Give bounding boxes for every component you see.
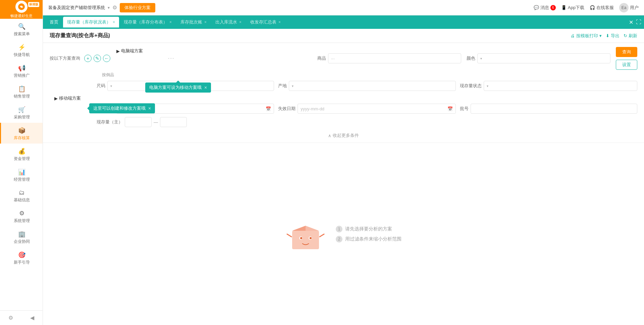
settings-footer-btn[interactable]: ⚙: [8, 315, 13, 321]
print-label: 按模板打印: [576, 33, 598, 39]
message-action[interactable]: 💬 消息 6: [534, 5, 556, 11]
tooltip-desktop-scheme: 电脑方案可设为移动方案哦 ×: [145, 83, 211, 93]
sidebar-item-operation[interactable]: 📊 经营管理: [0, 164, 43, 185]
refresh-icon: ↻: [624, 33, 627, 38]
tab-home-label: 首页: [50, 19, 58, 25]
sidebar-item-quick[interactable]: ⚡ 快捷导航: [0, 40, 43, 60]
sidebar-item-guide[interactable]: 🎯 新手引导: [0, 247, 43, 268]
user-action[interactable]: Ea 用户: [619, 3, 639, 12]
stock-main-to-input[interactable]: [160, 117, 187, 127]
sidebar-item-label-quick: 快捷导航: [14, 52, 30, 58]
avatar-text: Ea: [622, 5, 627, 10]
money-icon: 💰: [18, 148, 25, 155]
mobile-expand-icon: ▶: [54, 96, 58, 101]
system-title: 装备及固定资产辅助管理系统: [48, 5, 105, 11]
header-settings-btn[interactable]: ⚙: [112, 4, 117, 11]
online-service-action[interactable]: 🎧 在线客服: [590, 5, 614, 11]
origin-select[interactable]: ▾: [289, 81, 455, 91]
color-select[interactable]: ▾: [477, 53, 610, 63]
tooltip-create-scheme: 这里可以创建和修改方案哦 ×: [89, 103, 155, 113]
add-scheme-btn[interactable]: +: [84, 55, 92, 62]
expire-date-field: 失效日期 yyyy-mm-dd 📅: [278, 104, 455, 114]
calendar-icon-expire: 📅: [447, 106, 453, 111]
industry-btn[interactable]: 体验行业方案: [120, 3, 155, 12]
tab-receive-send-label: 收发存汇总表: [250, 19, 276, 25]
expire-date-label: 失效日期: [278, 106, 296, 112]
app-download-action[interactable]: 📱 App下载: [561, 5, 584, 11]
sidebar-item-basic[interactable]: 🗂 基础信息: [0, 185, 43, 206]
building-icon: 🏢: [18, 230, 25, 238]
system-title-dropdown[interactable]: ▾: [108, 5, 110, 10]
origin-label: 产地: [278, 83, 287, 89]
tab-inout-flow[interactable]: 出入库流水 ×: [211, 17, 246, 28]
tip-text-2: 用过滤条件来缩小分析范围: [345, 236, 401, 242]
tab-close-inout-flow[interactable]: ×: [239, 20, 241, 24]
box-icon: 📦: [18, 127, 25, 134]
sidebar-item-marketing[interactable]: 📢 营销推广: [0, 60, 43, 81]
tooltip1-close[interactable]: ×: [204, 85, 207, 90]
page-actions: 🖨 按模板打印 ▾ ⬇ 导出 ↻ 刷新: [571, 33, 637, 39]
tab-close-all-btn[interactable]: ✕: [629, 19, 633, 25]
refresh-btn[interactable]: ↻ 刷新: [624, 33, 637, 39]
sidebar-item-label-system: 系统管理: [14, 218, 30, 224]
sidebar-item-system[interactable]: ⚙ 系统管理: [0, 206, 43, 226]
search-btn[interactable]: 查询: [616, 47, 637, 57]
scheme-item-mobile[interactable]: ▶ 移动端方案: [52, 94, 637, 102]
sidebar-item-purchase[interactable]: 🛒 采购管理: [0, 102, 43, 123]
sidebar-item-enterprise[interactable]: 🏢 企业协同: [0, 226, 43, 247]
empty-tips: 1 请先选择要分析的方案 2 用过滤条件来缩小分析范围: [336, 226, 401, 242]
tab-close-receive-send[interactable]: ×: [278, 20, 281, 24]
batch-input[interactable]: [471, 104, 637, 114]
tab-receive-send[interactable]: 收发存汇总表 ×: [246, 17, 285, 28]
tab-close-batch-ledger[interactable]: ×: [204, 20, 207, 24]
fullscreen-btn[interactable]: ⛶: [636, 19, 641, 25]
tab-inventory-status-label: 现存量（库存状况表）: [67, 19, 111, 25]
tab-batch-ledger[interactable]: 库存批次账 ×: [176, 17, 211, 28]
print-btn[interactable]: 🖨 按模板打印 ▾: [571, 33, 602, 39]
scheme-item-sub[interactable]: 按倒品: [97, 71, 637, 79]
stock-main-label: 现存量（主）: [97, 119, 123, 125]
filter-right-fields: ··· 商品 ··· 颜色: [168, 47, 637, 70]
stock-status-arrow: ▾: [487, 84, 488, 88]
sidebar-item-inventory[interactable]: 📦 库存核算: [0, 123, 43, 144]
expire-date-input[interactable]: yyyy-mm-dd 📅: [298, 104, 455, 114]
sidebar-item-search[interactable]: 🔍 搜索菜单: [0, 19, 43, 40]
tab-inventory-dist[interactable]: 现存量（库存分布表） ×: [120, 17, 176, 28]
target-icon: 🎯: [18, 251, 25, 259]
sidebar-footer: ⚙ ◀: [0, 310, 43, 325]
sidebar-item-label-operation: 经营管理: [14, 177, 30, 182]
tooltip1-text: 电脑方案可设为移动方案哦: [149, 85, 202, 91]
scheme-expand-icon: ▶: [116, 49, 120, 54]
stock-main-from-input[interactable]: [125, 117, 152, 127]
export-btn[interactable]: ⬇ 导出: [606, 33, 620, 39]
sidebar-item-label-sales: 销售管理: [14, 94, 30, 99]
collapse-sidebar-btn[interactable]: ◀: [30, 315, 34, 321]
sidebar: 畅捷通好生意 标准版 🔍 搜索菜单 ⚡ 快捷导航 📢 营销推广 📋 销售管理 🛒…: [0, 0, 43, 325]
mobile-icon: 📱: [561, 5, 567, 10]
sidebar-item-sales[interactable]: 📋 销售管理: [0, 81, 43, 102]
tab-close-inventory-dist[interactable]: ×: [169, 20, 172, 24]
reset-btn[interactable]: 设置: [616, 60, 637, 70]
tab-inventory-status[interactable]: 现存量（库存状况表） ×: [63, 17, 119, 28]
scheme-item-desktop[interactable]: ▶ 电脑端方案: [114, 47, 161, 55]
search-btn-group: 查询 设置: [616, 47, 637, 70]
goods-select[interactable]: ···: [328, 53, 461, 63]
sidebar-item-label-basic: 基础信息: [14, 197, 30, 203]
tab-home[interactable]: 首页: [46, 17, 62, 28]
stock-status-select[interactable]: ▾: [484, 81, 637, 91]
calendar-icon-produce: 📅: [266, 106, 271, 111]
edit-scheme-btn[interactable]: ✎: [94, 55, 101, 62]
collapse-up-icon: ∧: [328, 133, 331, 138]
tab-bar-actions: ✕ ⛶: [629, 19, 641, 25]
collapse-btn[interactable]: ∧ 收起更多条件: [328, 132, 359, 139]
back-scheme-btn[interactable]: ←: [103, 55, 110, 62]
sidebar-item-finance[interactable]: 💰 资金管理: [0, 144, 43, 164]
app-download-label: App下载: [568, 5, 584, 11]
header-right: 💬 消息 6 📱 App下载 🎧 在线客服 Ea 用户: [534, 3, 639, 12]
sidebar-nav: 🔍 搜索菜单 ⚡ 快捷导航 📢 营销推广 📋 销售管理 🛒 采购管理 📦 库存核…: [0, 19, 43, 310]
chart-icon: 📊: [18, 168, 25, 176]
printer-icon: 🖨: [571, 33, 575, 38]
page-content: 现存量查询(按仓库+商品) 🖨 按模板打印 ▾ ⬇ 导出 ↻ 刷新: [43, 29, 644, 325]
tab-close-inventory-status[interactable]: ×: [113, 20, 115, 24]
tooltip2-close[interactable]: ×: [148, 106, 151, 111]
